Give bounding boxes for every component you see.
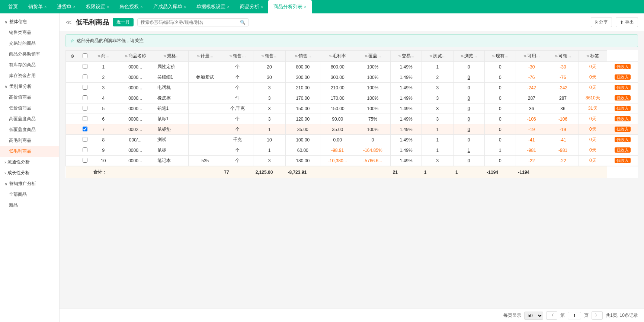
close-analysis-list-icon[interactable]: × [304, 4, 306, 9]
row-name-3[interactable]: 橡皮擦 [155, 93, 188, 103]
close-stock-icon[interactable]: × [184, 4, 186, 9]
row-view1-7[interactable]: 0 [453, 135, 484, 145]
th-trade[interactable]: ⇅交易... [390, 51, 422, 62]
th-stock2[interactable]: ⇅可用... [516, 51, 547, 62]
sidebar-item-high-margin[interactable]: 高毛利商品 [0, 135, 59, 146]
th-name[interactable]: ⇅商品名称 [116, 51, 155, 62]
collapse-sidebar-icon[interactable]: ≪ [65, 19, 72, 26]
sidebar-item-new-goods[interactable]: 新品 [0, 200, 59, 211]
close-permission-icon[interactable]: × [107, 4, 109, 9]
export-btn[interactable]: ⬆ 导出 [616, 17, 638, 27]
row-check-7[interactable] [83, 137, 87, 142]
sidebar-item-low-margin[interactable]: 低毛利商品 [0, 146, 59, 157]
row-name-1[interactable]: 吴细细1 [155, 72, 188, 83]
row-name-4[interactable]: 铅笔1 [155, 103, 188, 114]
row-checkbox-0[interactable] [79, 62, 91, 72]
row-checkbox-4[interactable] [79, 103, 91, 114]
search-input[interactable] [141, 20, 240, 25]
sidebar-item-high-coverage[interactable]: 高覆盖度商品 [0, 114, 59, 124]
row-checkbox-1[interactable] [79, 72, 91, 83]
nav-role[interactable]: 角色授权 × [114, 0, 148, 13]
prev-page-btn[interactable]: 〈 [546, 311, 557, 320]
sidebar-item-category-rate[interactable]: 商品分类助销率 [0, 49, 59, 60]
row-name-7[interactable]: 测试 [155, 135, 188, 145]
row-check-9[interactable] [83, 158, 87, 163]
sidebar-group-overall[interactable]: ∨ 整体信息 [0, 16, 59, 27]
row-check-2[interactable] [83, 85, 87, 90]
row-name-0[interactable]: 属性定价 [155, 62, 188, 72]
search-icon[interactable]: 🔍 [240, 20, 246, 25]
th-sales1[interactable]: ⇅销售... [222, 51, 253, 62]
th-unit[interactable]: ⇅计量... [188, 51, 222, 62]
nav-analysis-list[interactable]: 商品分析列表 × [268, 0, 311, 13]
nav-template[interactable]: 单据模板设置 × [191, 0, 234, 13]
th-stock1[interactable]: ⇅现有... [484, 51, 516, 62]
sidebar-item-high-value[interactable]: 高价值商品 [0, 92, 59, 103]
th-gross-rate[interactable]: ⇅毛利率 [320, 51, 355, 62]
row-check-1[interactable] [83, 74, 87, 79]
th-tag[interactable]: ⇅标签 [579, 51, 607, 62]
sidebar-item-stocked-goods[interactable]: 有库存的商品 [0, 60, 59, 70]
row-check-5[interactable] [83, 116, 87, 121]
close-role-icon[interactable]: × [140, 4, 142, 9]
page-number-input[interactable] [568, 312, 581, 319]
row-name-2[interactable]: 电话机 [155, 83, 188, 93]
row-checkbox-8[interactable] [79, 145, 91, 156]
th-stock3[interactable]: ⇅可销... [547, 51, 579, 62]
sidebar-group-category[interactable]: ∨ 类别量分析 [0, 81, 59, 92]
row-checkbox-9[interactable] [79, 156, 91, 166]
row-view1-9[interactable]: 0 [453, 156, 484, 166]
close-sales-icon[interactable]: × [44, 4, 47, 9]
sidebar-group-marketing[interactable]: ∨ 营销推广分析 [0, 178, 59, 189]
row-view1-1[interactable]: 0 [453, 72, 484, 83]
sidebar-group-growth[interactable]: › 成长性分析 [0, 168, 59, 178]
row-view1-8[interactable]: 1 [453, 145, 484, 156]
row-name-6[interactable]: 鼠标垫 [155, 124, 188, 135]
sidebar-item-capital[interactable]: 库存资金占用 [0, 70, 59, 81]
row-view1-2[interactable]: 0 [453, 83, 484, 93]
share-btn[interactable]: ⎘ 分享 [591, 17, 612, 27]
nav-analysis[interactable]: 商品分析 × [235, 0, 268, 13]
nav-home[interactable]: 首页 [3, 0, 23, 13]
nav-purchase[interactable]: 进货单 × [52, 0, 80, 13]
th-sales2[interactable]: ⇅销售... [253, 51, 286, 62]
sidebar-item-all-goods[interactable]: 全部商品 [0, 189, 59, 200]
row-check-8[interactable] [83, 147, 87, 152]
row-view1-3[interactable]: 0 [453, 93, 484, 103]
row-view1-5[interactable]: 0 [453, 114, 484, 124]
row-check-0[interactable] [83, 64, 87, 69]
row-view1-6[interactable]: 0 [453, 124, 484, 135]
filter-recent-month-btn[interactable]: 近一月 [113, 18, 134, 26]
row-checkbox-6[interactable] [79, 124, 91, 135]
nav-sales[interactable]: 销货单 × [23, 0, 52, 13]
th-coverage[interactable]: ⇅覆盖... [355, 51, 390, 62]
nav-permission[interactable]: 权限设置 × [81, 0, 114, 13]
th-code[interactable]: ⇅商... [91, 51, 116, 62]
row-name-8[interactable]: 鼠标 [155, 145, 188, 156]
sidebar-item-low-coverage[interactable]: 低覆盖度商品 [0, 124, 59, 135]
nav-product-stock[interactable]: 产成品入库单 × [148, 0, 191, 13]
next-page-btn[interactable]: 〉 [592, 311, 603, 320]
select-all-checkbox[interactable] [83, 53, 87, 58]
row-checkbox-3[interactable] [79, 93, 91, 103]
close-template-icon[interactable]: × [227, 4, 229, 9]
row-check-3[interactable] [83, 95, 87, 100]
row-name-5[interactable]: 鼠标1 [155, 114, 188, 124]
sidebar-item-traded-goods[interactable]: 交易过的商品 [0, 38, 59, 49]
th-view1[interactable]: ⇅浏览... [422, 51, 453, 62]
row-checkbox-5[interactable] [79, 114, 91, 124]
row-check-4[interactable] [83, 106, 87, 111]
row-name-9[interactable]: 笔记本 [155, 156, 188, 166]
th-spec[interactable]: ⇅规格... [155, 51, 188, 62]
row-checkbox-2[interactable] [79, 83, 91, 93]
close-purchase-icon[interactable]: × [73, 4, 75, 9]
row-check-6[interactable] [83, 127, 87, 131]
sidebar-item-low-value[interactable]: 低价值商品 [0, 103, 59, 114]
page-size-select[interactable]: 50 20 100 [524, 312, 543, 320]
th-view2[interactable]: ⇅浏览... [453, 51, 484, 62]
th-settings[interactable]: ⚙ [66, 51, 79, 62]
row-view1-0[interactable]: 0 [453, 62, 484, 72]
th-checkbox[interactable] [79, 51, 91, 62]
close-analysis-icon[interactable]: × [261, 4, 263, 9]
row-view1-4[interactable]: 0 [453, 103, 484, 114]
